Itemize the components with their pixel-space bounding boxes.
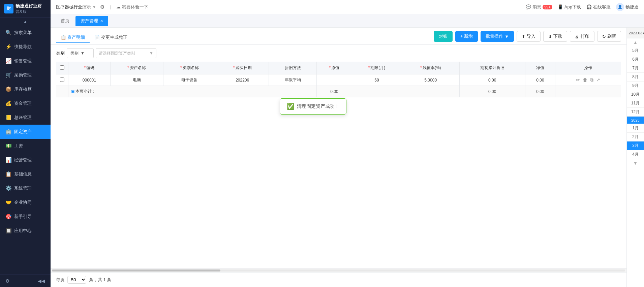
print-btn[interactable]: 🖨 打印: [570, 31, 594, 42]
category-value-select[interactable]: 请选择固定资产类别 ▼: [96, 48, 156, 58]
row-residual-rate: 5.0000: [402, 74, 459, 86]
sub-tab-asset-detail[interactable]: 📋 资产明细: [56, 32, 90, 43]
sidebar-item-fixed-assets[interactable]: 🏢固定资产: [0, 125, 51, 139]
cloud-icon: ☁: [116, 4, 121, 9]
app-center-icon: 🔲: [5, 228, 11, 234]
month-9[interactable]: 9月: [627, 82, 644, 90]
reconcile-btn[interactable]: 对账: [434, 31, 453, 42]
select-all-header[interactable]: [56, 62, 68, 74]
month-5[interactable]: 5月: [627, 46, 644, 55]
company-settings-icon[interactable]: ⚙: [100, 4, 104, 10]
delete-icon[interactable]: 🗑: [583, 77, 587, 83]
row-checkbox[interactable]: [60, 77, 64, 82]
search-icon: 🔍: [5, 30, 11, 36]
current-year-label: 2023: [627, 117, 644, 124]
quick-nav-icon: ⚡: [5, 44, 11, 50]
subtotal-net-value: 0.00: [525, 86, 555, 97]
batch-ops-btn[interactable]: 批量操作 ▼: [481, 31, 514, 42]
close-panel-icon[interactable]: ✕: [642, 30, 644, 35]
month-4[interactable]: 4月: [627, 150, 644, 159]
sales-icon: 📈: [5, 58, 11, 64]
subtotal-label: ▣ 本页小计：: [68, 86, 317, 97]
sidebar-item-search[interactable]: 🔍搜索菜单: [0, 26, 51, 40]
sidebar-item-enterprise[interactable]: 🤝企业协同: [0, 195, 51, 210]
user-info[interactable]: 👤 畅捷通: [616, 3, 639, 11]
month-7[interactable]: 7月: [627, 64, 644, 73]
voucher-gen-icon: 📄: [94, 35, 100, 40]
service-icon: 🎧: [586, 4, 592, 9]
sidebar-logo: 财 畅捷通好业财 普及版: [0, 0, 51, 18]
new-btn[interactable]: + 新增: [455, 31, 478, 42]
row-net-value: 0.00: [525, 74, 555, 86]
sidebar-item-capital[interactable]: 💰资金管理: [0, 96, 51, 110]
success-message: 清理固定资产成功！: [297, 103, 339, 109]
sidebar-item-sales[interactable]: 📈销售管理: [0, 54, 51, 68]
collapse-icon[interactable]: ◀◀: [38, 278, 45, 284]
toolbar-right-buttons: 对账 + 新增 批量操作 ▼ ⬆ 导入 ⬇ 下载: [434, 31, 621, 44]
select-all-checkbox[interactable]: [60, 65, 64, 70]
sub-tab-voucher-gen[interactable]: 📄 变更生成凭证: [90, 32, 132, 43]
scroll-thumb[interactable]: [52, 269, 220, 272]
more-icon[interactable]: ↗: [596, 77, 600, 83]
download-btn[interactable]: ⬇ 下载: [543, 31, 567, 42]
category-type-select[interactable]: 类别 ▼: [67, 48, 94, 58]
sidebar-item-salary[interactable]: 💵工资: [0, 139, 51, 153]
sidebar-item-operations[interactable]: 📊经营管理: [0, 153, 51, 167]
sidebar-item-purchase[interactable]: 🛒采购管理: [0, 68, 51, 82]
sidebar-item-ledger[interactable]: 📒总账管理: [0, 110, 51, 125]
row-depreciation: 年限平均: [269, 74, 317, 86]
month-2[interactable]: 2月: [627, 133, 644, 141]
purchase-icon: 🛒: [5, 72, 11, 78]
tab-close-icon[interactable]: ✕: [100, 19, 103, 23]
content-area: 📋 资产明细 📄 变更生成凭证 对账 + 新增 批量操作: [51, 28, 644, 287]
avatar: 👤: [616, 3, 624, 11]
sidebar-item-inventory[interactable]: 📦库存核算: [0, 82, 51, 96]
panel-scroll-down[interactable]: ▼: [627, 159, 644, 167]
col-period: *期限(月): [352, 62, 402, 74]
tab-asset-mgmt[interactable]: 资产管理 ✕: [75, 16, 108, 26]
company-dropdown-arrow: ▼: [92, 5, 96, 9]
import-btn[interactable]: ⬆ 导入: [517, 31, 541, 42]
row-name: 电脑: [110, 74, 163, 86]
panel-scroll-up[interactable]: ▲: [627, 38, 644, 46]
capital-icon: 💰: [5, 100, 11, 106]
col-net-value: 净值: [525, 62, 555, 74]
basic-info-icon: 📋: [5, 171, 11, 177]
scroll-track: [52, 269, 625, 272]
row-checkbox-cell[interactable]: [56, 74, 68, 86]
tabs-bar: 首页 资产管理 ✕: [51, 14, 644, 28]
col-name: *资产名称: [110, 62, 163, 74]
refresh-btn[interactable]: ↻ 刷新: [597, 31, 621, 42]
col-category: *类别名称: [163, 62, 216, 74]
tab-home[interactable]: 首页: [56, 16, 74, 26]
sidebar-bottom: ⚙ ◀◀: [0, 275, 51, 287]
sidebar-scroll-up[interactable]: ▲: [0, 18, 51, 26]
month-6[interactable]: 6月: [627, 55, 644, 64]
sidebar-item-guide[interactable]: 🎯新手引导: [0, 210, 51, 224]
settings-icon[interactable]: ⚙: [5, 278, 10, 284]
month-3-active[interactable]: 3月: [627, 141, 644, 150]
month-11[interactable]: 11月: [627, 99, 644, 108]
sidebar-item-quick-nav[interactable]: ⚡快捷导航: [0, 40, 51, 54]
month-10[interactable]: 10月: [627, 90, 644, 99]
month-12[interactable]: 12月: [627, 108, 644, 117]
month-1[interactable]: 1月: [627, 124, 644, 133]
per-page-select[interactable]: 50 100 200: [67, 276, 86, 284]
copy-icon[interactable]: ⧉: [590, 77, 593, 83]
messages-btn[interactable]: 💬 消息 99+: [526, 4, 552, 10]
subtotal-row: ▣ 本页小计： 0.00 0.00 0.00: [56, 86, 621, 97]
table-container: *编码 *资产名称 *类别名称 *购买日期 折旧方法 *原值 *期限(月) *残…: [51, 62, 626, 268]
month-8[interactable]: 8月: [627, 73, 644, 82]
month-list-prev-year: 5月 6月 7月 8月 9月 10月 11月 12月: [627, 46, 644, 117]
company-selector[interactable]: 医疗器械行业演示 ▼: [56, 4, 96, 10]
horizontal-scrollbar[interactable]: [51, 268, 626, 272]
sidebar-item-system[interactable]: ⚙️系统管理: [0, 181, 51, 195]
sidebar-item-basic-info[interactable]: 📋基础信息: [0, 167, 51, 181]
print-icon: 🖨: [575, 34, 579, 39]
edit-icon[interactable]: ✏: [576, 77, 580, 83]
sidebar-item-app-center[interactable]: 🔲应用中心: [0, 224, 51, 238]
experience-btn[interactable]: ☁ 我要体验一下: [116, 4, 148, 10]
pagination: 每页 50 100 200 条，共 1 条: [51, 272, 626, 287]
online-service-btn[interactable]: 🎧 在线客服: [586, 4, 611, 10]
app-download-btn[interactable]: 📱 App下载: [558, 4, 581, 10]
